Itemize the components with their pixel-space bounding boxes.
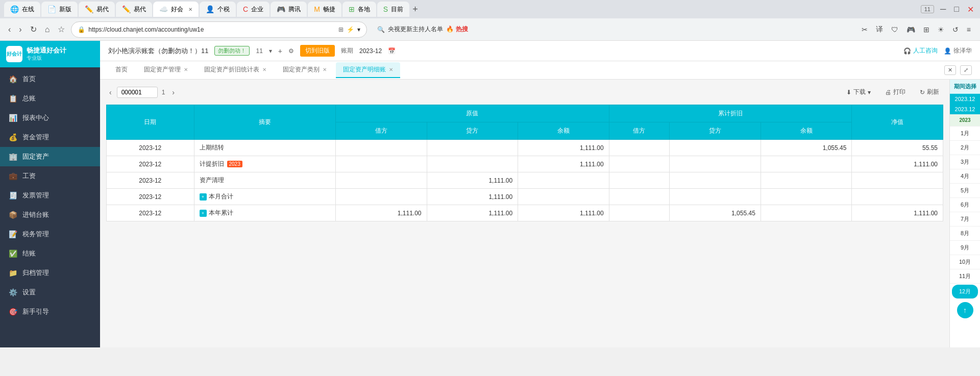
cell-orig-debit (336, 172, 427, 189)
sidebar-item-funds[interactable]: 💰 资金管理 (0, 128, 100, 147)
download-button[interactable]: ⬇ 下载 ▾ (842, 86, 875, 98)
dropdown-arrow-icon[interactable]: ▾ (269, 47, 272, 55)
period-month-item[interactable]: 9月 (950, 241, 980, 255)
maximize-button[interactable]: □ (952, 3, 961, 16)
settings-top-icon[interactable]: ⚙ (288, 47, 294, 55)
sidebar-item-reports[interactable]: 📊 报表中心 (0, 108, 100, 128)
tab-count-badge[interactable]: 11 (921, 5, 934, 13)
tab-close-asset-detail[interactable]: ✕ (389, 67, 393, 72)
tab-close-current[interactable]: ✕ (944, 65, 956, 75)
period-month-item[interactable]: 3月 (950, 155, 980, 169)
tab-label-4: 好会 (171, 5, 183, 14)
tab-label-0: 在线 (22, 5, 34, 14)
browser-tab-2[interactable]: ✏️ 易代 (79, 2, 115, 17)
sidebar-item-invoice[interactable]: 🧾 发票管理 (0, 186, 100, 205)
period-month-item[interactable]: 12月 (952, 285, 978, 299)
home-browser-button[interactable]: ⌂ (43, 23, 52, 36)
sidebar-item-home[interactable]: 🏠 首页 (0, 69, 100, 89)
page-tab-home[interactable]: 首页 (108, 62, 135, 78)
page-tab-asset-mgmt[interactable]: 固定资产管理 ✕ (137, 62, 195, 78)
next-arrow-button[interactable]: › (169, 87, 178, 97)
tab-label-7: 腾讯 (288, 5, 301, 14)
sidebar-item-ledger[interactable]: 📋 总账 (0, 89, 100, 108)
period-month-item[interactable]: 11月 (950, 269, 980, 284)
minimize-button[interactable]: ─ (938, 3, 948, 16)
browser-tab-10[interactable]: S 目前 (377, 2, 409, 17)
cell-orig-debit (336, 189, 427, 205)
forward-button[interactable]: › (17, 23, 23, 36)
history-icon[interactable]: ↺ (949, 23, 962, 36)
address-bar[interactable]: 🔒 https://cloud.chanjet.com/accounting/u… (71, 21, 367, 38)
cell-net-value (852, 172, 943, 189)
sidebar-item-settings[interactable]: ⚙️ 设置 (0, 283, 100, 302)
new-tab-button[interactable]: + (410, 2, 420, 17)
sidebar-item-purchase-sales[interactable]: 📦 进销台账 (0, 205, 100, 224)
period-month-item[interactable]: 1月 (950, 127, 980, 141)
page-tab-asset-detail[interactable]: 固定资产明细账 ✕ (336, 62, 400, 78)
browser-tab-8[interactable]: M 畅捷 (308, 2, 341, 17)
browser-tab-9[interactable]: ⊞ 各地 (342, 2, 376, 17)
service-button[interactable]: 🎧 人工咨询 (903, 46, 938, 55)
refresh-button[interactable]: ↻ 刷新 (916, 86, 943, 98)
translate-icon[interactable]: 译 (873, 23, 886, 36)
summary-icon: + (200, 193, 207, 200)
period-selected-start: 2023.12 (950, 94, 980, 104)
add-icon[interactable]: + (278, 47, 282, 55)
bookmark-button[interactable]: ☆ (56, 22, 67, 36)
sidebar-item-guide[interactable]: 🎯 新手引导 (0, 302, 100, 321)
download-dropdown-icon[interactable]: ▾ (868, 89, 871, 96)
tab-expand-button[interactable]: ⤢ (960, 65, 972, 75)
scroll-up-button[interactable]: ↑ (957, 302, 973, 318)
calendar-icon[interactable]: 📅 (388, 47, 396, 55)
sidebar-item-fixed-assets[interactable]: 🏢 固定资产 (0, 147, 100, 166)
th-orig-debit: 借方 (336, 122, 427, 140)
tab-depreciation-stats-label: 固定资产折旧统计表 (204, 65, 259, 74)
sidebar-item-archive[interactable]: 📁 归档管理 (0, 263, 100, 283)
sidebar-item-closing[interactable]: ✅ 结账 (0, 244, 100, 263)
gamepad-icon[interactable]: 🎮 (903, 23, 918, 36)
browser-tab-1[interactable]: 📄 新版 (41, 2, 78, 17)
browser-tab-4[interactable]: ☁️ 好会 ✕ (153, 2, 199, 17)
shield-icon[interactable]: 🛡 (888, 23, 901, 36)
th-orig-balance: 余额 (518, 122, 609, 140)
browser-tab-5[interactable]: 👤 个税 (200, 2, 236, 17)
sidebar-item-tax[interactable]: 📝 税务管理 (0, 224, 100, 244)
grid-icon[interactable]: ⊞ (920, 23, 933, 36)
page-tab-asset-category[interactable]: 固定资产类别 ✕ (276, 62, 334, 78)
menu-icon[interactable]: ≡ (964, 23, 974, 36)
asset-code-input[interactable] (117, 87, 158, 98)
browser-tab-0[interactable]: 🌐 在线 (4, 2, 40, 17)
scissors-icon[interactable]: ✂ (859, 23, 871, 36)
cell-dep-balance (761, 189, 852, 205)
sidebar-item-salary[interactable]: 💼 工资 (0, 166, 100, 186)
period-month-item[interactable]: 10月 (950, 255, 980, 269)
dropdown-icon[interactable]: ▾ (357, 26, 360, 33)
sidebar-label-tax: 税务管理 (22, 230, 49, 239)
table-row: 2023-12 +本年累计 1,111.00 1,111.00 1,111.00… (107, 205, 943, 221)
search-icon: 🔍 (377, 26, 385, 33)
period-month-item[interactable]: 7月 (950, 212, 980, 227)
prev-arrow-button[interactable]: ‹ (106, 87, 115, 97)
period-month-item[interactable]: 6月 (950, 198, 980, 212)
tab-close-asset-mgmt[interactable]: ✕ (184, 67, 188, 72)
close-button[interactable]: ✕ (965, 3, 976, 16)
settings-icon[interactable]: ☀ (935, 23, 947, 36)
browser-tab-7[interactable]: 🎮 腾讯 (271, 2, 307, 17)
period-month-item[interactable]: 4月 (950, 169, 980, 184)
tab-close-4[interactable]: ✕ (188, 7, 192, 12)
period-month-item[interactable]: 8月 (950, 227, 980, 241)
back-button[interactable]: ‹ (6, 23, 13, 36)
cell-dep-debit (609, 172, 670, 189)
search-text: 央视更新主持人名单 (388, 25, 443, 34)
tab-close-asset-category[interactable]: ✕ (323, 67, 327, 72)
print-button[interactable]: 🖨 打印 (881, 86, 910, 98)
browser-tab-6[interactable]: C 企业 (237, 2, 270, 17)
switch-version-button[interactable]: 切到旧版 (300, 45, 335, 57)
browser-tab-3[interactable]: ✏️ 易代 (116, 2, 152, 17)
period-selected-end: 2023.12 (950, 104, 980, 114)
tab-close-depreciation-stats[interactable]: ✕ (262, 67, 266, 72)
period-month-item[interactable]: 5月 (950, 184, 980, 198)
period-month-item[interactable]: 2月 (950, 141, 980, 155)
refresh-browser-button[interactable]: ↻ (28, 22, 39, 36)
page-tab-depreciation-stats[interactable]: 固定资产折旧统计表 ✕ (197, 62, 274, 78)
